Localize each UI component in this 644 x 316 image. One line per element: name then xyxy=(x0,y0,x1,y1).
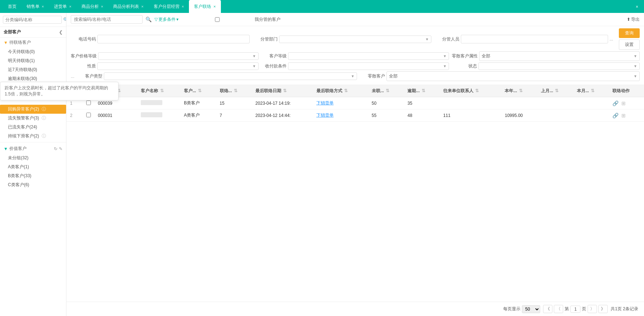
close-product-analysis-tab[interactable]: × xyxy=(101,4,103,9)
next-page-button[interactable]: 〉 xyxy=(588,305,597,313)
sidebar-holding-down[interactable]: 持续下滑客户(2) ⓘ xyxy=(0,132,66,141)
row1-grid-icon[interactable]: ⊞ xyxy=(621,100,626,106)
sidebar-class-a[interactable]: A类客户(1) xyxy=(0,162,66,171)
settings-button[interactable]: 设置 xyxy=(619,39,640,50)
branch-dept-chevron: ▼ xyxy=(425,37,429,41)
filter-phone: 电话号码 xyxy=(71,35,250,43)
nav-sales[interactable]: 销售单 × xyxy=(22,0,49,13)
sort-unlocked-icon[interactable]: ⇅ xyxy=(386,88,389,93)
row2-num: 2 xyxy=(66,109,83,122)
data-table-area: ⚙ 客户编码 ⇅ 客户名称 ⇅ 客户... xyxy=(66,85,644,302)
sort-contact-icon[interactable]: ⇅ xyxy=(234,88,237,93)
first-page-button[interactable]: 《 xyxy=(543,305,552,313)
retail-attr-select[interactable]: 全部 ▼ xyxy=(479,51,640,61)
row1-check[interactable] xyxy=(86,100,91,105)
more-conditions-button[interactable]: ▽ 更多条件 ▾ xyxy=(154,16,179,23)
price-level-select[interactable]: ▼ xyxy=(98,52,259,60)
col-last-contact-date: 最后联络日期 ⇅ xyxy=(252,85,313,97)
search-button[interactable]: 🔍 xyxy=(145,16,152,22)
sidebar-class-c[interactable]: C类客户(6) xyxy=(0,180,66,189)
retail-customer-select[interactable]: 全部 ▼ xyxy=(386,71,640,81)
close-customer-segmentation-tab[interactable]: × xyxy=(182,4,184,9)
current-page-input[interactable]: 1 xyxy=(570,306,580,313)
gender-select[interactable]: ▼ xyxy=(97,62,259,70)
prev-page-button[interactable]: 〈 xyxy=(554,305,563,313)
row1-link-icon[interactable]: 🔗 xyxy=(612,100,618,106)
branch-person-dots[interactable]: ... xyxy=(610,37,613,42)
row2-check[interactable] xyxy=(86,113,91,117)
nav-purchase[interactable]: 进货单 × xyxy=(49,0,76,13)
row1-last-method[interactable]: 下销货单 xyxy=(313,97,368,109)
sidebar-repurchase-abnormal[interactable]: 回购异常客户(2) ⓘ xyxy=(0,105,66,114)
close-purchase-tab[interactable]: × xyxy=(69,4,71,9)
sort-method-icon[interactable]: ⇅ xyxy=(344,88,348,93)
nav-customer-segmentation[interactable]: 客户分层经营 × xyxy=(149,0,189,13)
sidebar-7days-pending[interactable]: 近7天待联络(0) xyxy=(0,65,66,74)
value-customers-refresh-icon[interactable]: ↻ xyxy=(54,146,57,151)
status-select[interactable]: ▼ xyxy=(478,62,640,70)
row2-grid-icon[interactable]: ⊞ xyxy=(621,113,626,118)
sidebar-all-customers[interactable]: 全部客户 ❮ xyxy=(0,27,66,38)
close-product-analysis-list-tab[interactable]: × xyxy=(141,4,143,9)
my-customers-checkbox[interactable]: 我分管的客户 xyxy=(181,16,281,23)
sort-date-icon[interactable]: ⇅ xyxy=(283,88,287,93)
close-customer-contact-tab[interactable]: × xyxy=(213,4,216,9)
sidebar-collapse-icon[interactable]: ❮ xyxy=(59,30,62,35)
export-button[interactable]: ⬆ 导出 xyxy=(627,16,640,23)
value-customers-edit-icon[interactable]: ✎ xyxy=(59,146,62,151)
sort-name-icon[interactable]: ⇅ xyxy=(160,88,164,93)
row2-annual: 10995.00 xyxy=(501,109,537,122)
nav-customer-contact[interactable]: 客户联络 × xyxy=(189,0,221,13)
customer-level-select[interactable]: ▼ xyxy=(288,52,449,60)
my-customers-check[interactable] xyxy=(181,17,253,22)
more-filter-dots[interactable]: ... xyxy=(71,74,74,79)
filter-gender: 性质 ▼ xyxy=(71,62,259,70)
branch-person-input[interactable] xyxy=(461,35,608,43)
row2-last-method[interactable]: 下销货单 xyxy=(313,109,368,122)
sort-last-month-icon[interactable]: ⇅ xyxy=(555,88,559,93)
sidebar-tomorrow-pending[interactable]: 明天待联络(1) xyxy=(0,56,66,65)
sidebar-ungroups[interactable]: 未分组(32) xyxy=(0,154,66,162)
filter-row-3: 性质 ▼ 收付款条件 ▼ 状态 xyxy=(71,62,640,70)
sidebar-already-lost[interactable]: 已流失客户(24) xyxy=(0,123,66,132)
sidebar-today-pending[interactable]: 今天待联络(0) xyxy=(0,47,66,56)
table-row: 1 000039 B类客户 15 2023-04-17 14:19: 下销货单 xyxy=(66,97,644,109)
col-last-contact-method: 最后联络方式 ⇅ xyxy=(313,85,368,97)
sort-overdue-icon[interactable]: ⇅ xyxy=(422,88,425,93)
nav-home[interactable]: 首页 xyxy=(3,0,22,13)
nav-product-analysis-list[interactable]: 商品分析列表 × xyxy=(108,0,148,13)
row2-contact-person: 111 xyxy=(440,109,501,122)
sort-this-month-icon[interactable]: ⇅ xyxy=(591,88,594,93)
row2-link-icon[interactable]: 🔗 xyxy=(612,113,618,118)
sidebar-search-icon[interactable]: 🔍 xyxy=(63,17,66,22)
branch-dept-select[interactable]: ▼ xyxy=(279,36,431,43)
lost-warning-info-icon[interactable]: ⓘ xyxy=(42,115,46,121)
payment-select[interactable]: ▼ xyxy=(288,62,449,70)
close-sales-tab[interactable]: × xyxy=(42,4,44,9)
last-page-button[interactable]: 》 xyxy=(598,305,608,313)
phone-input[interactable] xyxy=(97,35,250,43)
filter-payment: 收付款条件 ▼ xyxy=(261,62,449,70)
per-page-select[interactable]: 50 20 100 xyxy=(522,305,540,313)
sort-contact-person-icon[interactable]: ⇅ xyxy=(475,88,479,93)
col-annual: 本年... ⇅ xyxy=(501,85,537,97)
category-search-input[interactable] xyxy=(3,16,62,24)
close-all-tabs[interactable]: × xyxy=(636,3,638,10)
sidebar-pending-section[interactable]: ▼ 待联络客户 xyxy=(0,38,66,47)
row2-checkbox[interactable] xyxy=(83,109,94,122)
nav-product-analysis[interactable]: 商品分析 × xyxy=(77,0,108,13)
sidebar-value-customers-title[interactable]: ▼ 价值客户 ↻ ✎ xyxy=(0,144,66,154)
sidebar-search-area: 🔍 xyxy=(0,13,66,27)
holding-down-info-icon[interactable]: ⓘ xyxy=(42,133,46,138)
search-input[interactable] xyxy=(71,15,143,24)
sort-annual-icon[interactable]: ⇅ xyxy=(519,88,523,93)
info-icon[interactable]: ⓘ xyxy=(42,107,46,112)
customer-type-select[interactable]: ▼ xyxy=(104,72,357,80)
sidebar-class-b[interactable]: B类客户(33) xyxy=(0,171,66,180)
row1-last-month xyxy=(537,97,573,109)
sidebar-lost-warning[interactable]: 流失预警客户(3) ⓘ xyxy=(0,114,66,123)
sort-level-icon[interactable]: ⇅ xyxy=(198,88,201,93)
row2-unlocked: 55 xyxy=(368,109,404,122)
value-triangle-icon: ▼ xyxy=(4,146,8,151)
query-button[interactable]: 查询 xyxy=(619,28,640,38)
